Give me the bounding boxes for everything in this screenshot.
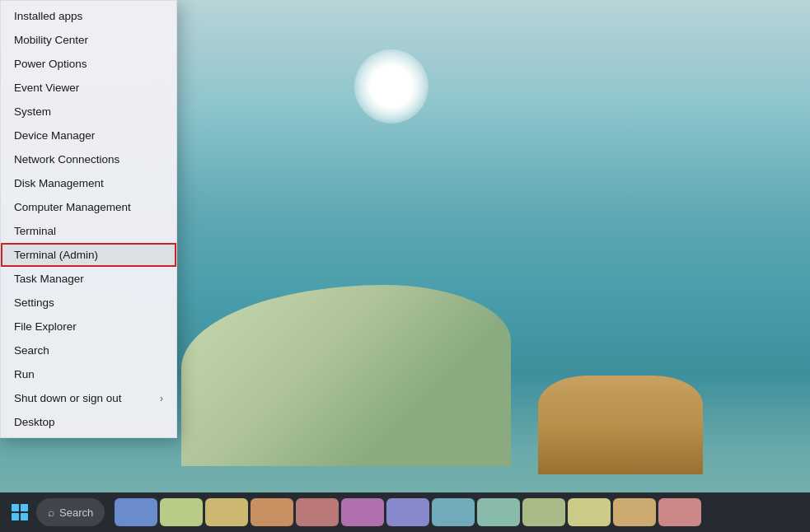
menu-item-label-computer-management: Computer Management xyxy=(14,201,131,213)
taskbar-app-pill-5[interactable] xyxy=(341,498,384,526)
menu-item-mobility-center[interactable]: Mobility Center xyxy=(1,28,176,52)
menu-item-file-explorer[interactable]: File Explorer xyxy=(1,315,176,338)
menu-item-label-mobility-center: Mobility Center xyxy=(14,34,88,46)
start-button[interactable] xyxy=(7,499,33,525)
menu-item-run[interactable]: Run xyxy=(1,362,176,386)
menu-item-label-installed-apps: Installed apps xyxy=(14,10,82,22)
menu-item-system[interactable]: System xyxy=(1,100,176,124)
menu-item-label-settings: Settings xyxy=(14,296,54,309)
menu-item-terminal-admin[interactable]: Terminal (Admin) xyxy=(1,243,176,267)
menu-item-installed-apps[interactable]: Installed apps xyxy=(1,4,176,28)
taskbar-app-pill-11[interactable] xyxy=(613,498,656,526)
menu-item-label-search: Search xyxy=(14,344,49,357)
menu-item-desktop[interactable]: Desktop xyxy=(1,410,176,434)
taskbar-app-pill-6[interactable] xyxy=(386,498,429,526)
windows-logo-icon xyxy=(12,504,28,520)
submenu-arrow-icon: › xyxy=(160,393,163,404)
taskbar-app-pill-4[interactable] xyxy=(296,498,339,526)
menu-item-label-shut-down-sign-out: Shut down or sign out xyxy=(14,392,122,404)
menu-item-shut-down-sign-out[interactable]: Shut down or sign out› xyxy=(1,386,176,410)
menu-item-network-connections[interactable]: Network Connections xyxy=(1,147,176,171)
taskbar-app-pill-0[interactable] xyxy=(115,498,157,526)
taskbar-app-pill-7[interactable] xyxy=(432,498,475,526)
reeds-decoration xyxy=(538,376,703,474)
taskbar-app-pill-8[interactable] xyxy=(477,498,520,526)
menu-item-label-terminal: Terminal xyxy=(14,225,56,237)
taskbar-search-label: Search xyxy=(59,506,93,519)
menu-item-label-system: System xyxy=(14,105,51,118)
taskbar-app-pill-2[interactable] xyxy=(205,498,248,526)
taskbar-app-pill-9[interactable] xyxy=(522,498,565,526)
taskbar-search-button[interactable]: ⌕ Search xyxy=(36,498,105,526)
menu-item-label-file-explorer: File Explorer xyxy=(14,320,77,333)
taskbar: ⌕ Search xyxy=(0,492,810,532)
menu-item-disk-management[interactable]: Disk Management xyxy=(1,171,176,195)
menu-item-terminal[interactable]: Terminal xyxy=(1,219,176,243)
menu-item-label-desktop: Desktop xyxy=(14,416,55,428)
menu-item-label-run: Run xyxy=(14,368,35,380)
menu-item-label-network-connections: Network Connections xyxy=(14,153,119,166)
menu-item-device-manager[interactable]: Device Manager xyxy=(1,124,176,147)
menu-item-power-options[interactable]: Power Options xyxy=(1,52,176,76)
taskbar-app-pill-3[interactable] xyxy=(250,498,293,526)
menu-item-settings[interactable]: Settings xyxy=(1,291,176,315)
menu-item-label-task-manager: Task Manager xyxy=(14,273,84,285)
menu-item-search[interactable]: Search xyxy=(1,338,176,362)
context-menu: Installed appsMobility CenterPower Optio… xyxy=(0,0,177,438)
menu-item-label-disk-management: Disk Management xyxy=(14,177,104,189)
menu-item-task-manager[interactable]: Task Manager xyxy=(1,267,176,291)
menu-item-label-terminal-admin: Terminal (Admin) xyxy=(14,249,98,261)
menu-item-label-event-viewer: Event Viewer xyxy=(14,82,79,94)
taskbar-app-pill-12[interactable] xyxy=(658,498,701,526)
taskbar-app-pill-1[interactable] xyxy=(160,498,203,526)
sun-decoration xyxy=(354,49,428,124)
menu-item-event-viewer[interactable]: Event Viewer xyxy=(1,76,176,100)
menu-item-label-power-options: Power Options xyxy=(14,58,87,70)
search-icon: ⌕ xyxy=(48,506,54,519)
taskbar-pinned-apps xyxy=(115,498,701,526)
menu-item-label-device-manager: Device Manager xyxy=(14,129,95,142)
taskbar-app-pill-10[interactable] xyxy=(568,498,611,526)
menu-item-computer-management[interactable]: Computer Management xyxy=(1,195,176,219)
